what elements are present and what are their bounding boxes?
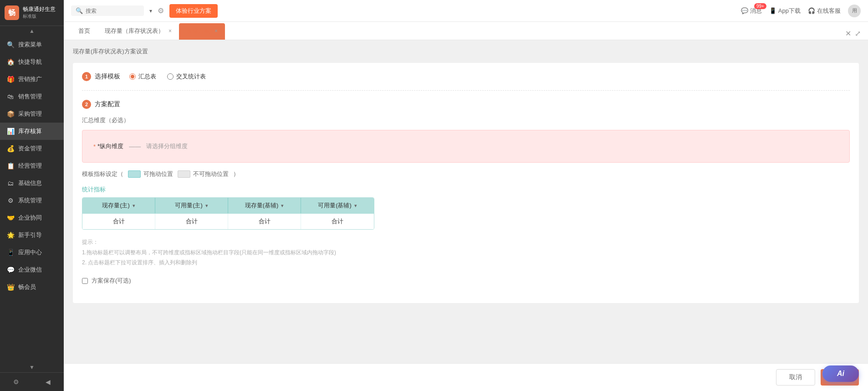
footer-bar: 取消 查询 <box>64 363 868 391</box>
tab-home[interactable]: 首页 <box>71 23 97 40</box>
tab-new-scheme-close[interactable]: × <box>214 28 218 34</box>
sidebar-item-basic-info[interactable]: 🗂 基础信息 <box>0 175 64 192</box>
sidebar-scroll-down[interactable]: ▼ <box>0 362 64 372</box>
sidebar-item-finance[interactable]: 💰 资金管理 <box>0 140 64 157</box>
sidebar-item-inventory-label: 库存核算 <box>18 127 42 135</box>
ai-float-button[interactable]: Ai <box>822 365 859 382</box>
col-cell-1: 合计 <box>155 214 228 229</box>
indicator-setting-row: 模板指标设定（ 可拖动位置 不可拖动位置 ） <box>82 170 850 178</box>
sidebar-item-enterprise[interactable]: 🤝 企业协同 <box>0 209 64 226</box>
online-service-btn[interactable]: 🎧 在线客服 <box>808 7 841 15</box>
tips-section: 提示： 1.拖动标题栏可以调整布局，不可跨维度或指标区域拖动栏目字段(只能在同一… <box>82 238 850 268</box>
sidebar-item-search-label: 搜索菜单 <box>18 41 42 49</box>
stats-table: 现存量(主) ▾ 可用量(主) ▾ 现存量(基辅) ▾ <box>82 197 374 230</box>
sidebar-item-operation[interactable]: 📋 经营管理 <box>0 157 64 175</box>
search-input[interactable] <box>86 8 131 14</box>
messages-btn[interactable]: 💬 消息 99+ <box>741 7 762 15</box>
sidebar-item-system[interactable]: ⚙ 系统管理 <box>0 192 64 209</box>
radio-summary-label: 汇总表 <box>138 72 156 81</box>
stats-table-header: 现存量(主) ▾ 可用量(主) ▾ 现存量(基辅) ▾ <box>82 198 374 213</box>
step2-header: 2 方案配置 <box>82 100 850 109</box>
app-download-btn[interactable]: 📱 App下载 <box>769 7 801 15</box>
user-avatar[interactable]: 用 <box>848 5 861 17</box>
topbar-dropdown-btn[interactable]: ▾ <box>149 8 152 14</box>
tab-new-scheme-label: 新建方案 <box>186 27 210 35</box>
col-header-0-label: 现存量(主) <box>102 201 130 210</box>
tabbar: 首页 现存量（库存状况表） × 新建方案 × ✕ ⤢ <box>64 22 868 40</box>
chevron-down-icon-1: ▾ <box>205 203 208 209</box>
cancel-button[interactable]: 取消 <box>776 369 815 386</box>
sidebar-item-app-center-label: 应用中心 <box>18 248 42 257</box>
step1-title: 选择模板 <box>95 72 120 81</box>
sidebar-item-operation-label: 经营管理 <box>18 162 42 170</box>
sidebar-item-enterprise-wechat[interactable]: 💬 企业微信 <box>0 261 64 278</box>
tab-inventory-status[interactable]: 现存量（库存状况表） × <box>97 23 179 40</box>
sidebar-item-system-label: 系统管理 <box>18 196 42 205</box>
sidebar-item-enterprise-wechat-label: 企业微信 <box>18 266 42 274</box>
col-header-3-label: 可用量(基辅) <box>318 201 352 210</box>
content-area: 现存量(库存状况表)方案设置 1 选择模板 汇总表 <box>64 40 868 363</box>
folder-icon: 🗂 <box>6 179 15 187</box>
radio-summary-input[interactable] <box>129 73 136 80</box>
sidebar-nav: 🔍 搜索菜单 🏠 快捷导航 🎁 营销推广 🛍 销售管理 📦 采购管理 📊 库存核… <box>0 36 64 362</box>
tip-item-0: 1.拖动标题栏可以调整布局，不可跨维度或指标区域拖动栏目字段(只能在同一维度或指… <box>82 248 850 258</box>
bell-icon: 💬 <box>741 7 748 14</box>
trial-industry-btn[interactable]: 体验行业方案 <box>169 4 218 18</box>
radio-cross-input[interactable] <box>167 73 174 80</box>
dimension-field-label: *纵向维度 <box>97 142 123 150</box>
col-header-3[interactable]: 可用量(基辅) ▾ <box>301 198 374 213</box>
sidebar-item-finance-label: 资金管理 <box>18 144 42 153</box>
col-header-0[interactable]: 现存量(主) ▾ <box>82 198 155 213</box>
messages-badge: 99+ <box>754 3 766 9</box>
home-icon: 🏠 <box>6 58 15 66</box>
col-header-2-label: 现存量(基辅) <box>245 201 279 210</box>
scheme-panel: 1 选择模板 汇总表 交叉统计表 <box>73 63 859 303</box>
sidebar-item-inventory[interactable]: 📊 库存核算 <box>0 123 64 140</box>
sidebar-item-purchase[interactable]: 📦 采购管理 <box>0 105 64 123</box>
dimension-section-label: 汇总维度（必选） <box>82 116 850 124</box>
tab-new-scheme[interactable]: 新建方案 × <box>179 23 225 40</box>
sidebar-item-basic-info-label: 基础信息 <box>18 179 42 187</box>
sidebar-item-search[interactable]: 🔍 搜索菜单 <box>0 36 64 53</box>
radio-summary[interactable]: 汇总表 <box>129 72 156 81</box>
dimension-placeholder: 请选择分组维度 <box>146 142 188 150</box>
phone-icon: 📱 <box>769 7 776 14</box>
indicator-setting-end: ） <box>233 170 239 178</box>
sidebar-item-quick-nav-label: 快捷导航 <box>18 58 42 66</box>
radio-cross[interactable]: 交叉统计表 <box>167 72 206 81</box>
sidebar-settings-btn[interactable]: ⚙ <box>10 376 23 387</box>
sidebar-item-sales[interactable]: 🛍 销售管理 <box>0 88 64 105</box>
sidebar-item-app-center[interactable]: 📱 应用中心 <box>0 244 64 261</box>
not-draggable-label: 不可拖动位置 <box>193 170 229 178</box>
main-area: 🔍 ▾ ⚙ 体验行业方案 💬 消息 99+ 📱 App下载 🎧 在线客服 用 <box>64 0 868 391</box>
indicator-setting-label: 模板指标设定（ <box>82 170 123 178</box>
col-cell-3: 合计 <box>301 214 374 229</box>
sidebar-collapse-btn[interactable]: ◀ <box>42 376 54 387</box>
tab-inventory-status-close[interactable]: × <box>168 28 172 34</box>
sidebar-logo: 畅 畅康通好生意 标准版 <box>0 0 64 26</box>
tabbar-right-icons: ✕ ⤢ <box>845 29 861 40</box>
dimension-area[interactable]: * *纵向维度 —— 请选择分组维度 <box>82 130 850 163</box>
sidebar-item-marketing[interactable]: 🎁 营销推广 <box>0 71 64 88</box>
sidebar-scroll-up[interactable]: ▲ <box>0 26 64 36</box>
save-option-checkbox[interactable] <box>82 278 88 284</box>
topbar-gear-btn[interactable]: ⚙ <box>158 6 164 15</box>
sidebar-item-membership[interactable]: 👑 畅会员 <box>0 278 64 296</box>
sidebar-item-enterprise-label: 企业协同 <box>18 214 42 222</box>
topbar: 🔍 ▾ ⚙ 体验行业方案 💬 消息 99+ 📱 App下载 🎧 在线客服 用 <box>64 0 868 22</box>
chat-icon: 💬 <box>6 266 15 274</box>
stats-section-label: 统计指标 <box>82 185 850 194</box>
step-divider <box>82 90 850 91</box>
page-title: 现存量(库存状况表)方案设置 <box>73 47 859 56</box>
sidebar-item-quick-nav[interactable]: 🏠 快捷导航 <box>0 53 64 71</box>
gear-icon: ⚙ <box>6 196 15 205</box>
tab-expand-btn[interactable]: ⤢ <box>855 29 861 38</box>
tab-close-all-btn[interactable]: ✕ <box>845 29 851 38</box>
box-icon: 📦 <box>6 110 15 118</box>
col-header-1[interactable]: 可用量(主) ▾ <box>155 198 228 213</box>
gift-icon: 🎁 <box>6 75 15 83</box>
legend-draggable: 可拖动位置 <box>128 170 173 178</box>
money-icon: 💰 <box>6 144 15 153</box>
sidebar-item-newcomer[interactable]: 🌟 新手引导 <box>0 226 64 244</box>
col-header-2[interactable]: 现存量(基辅) ▾ <box>228 198 301 213</box>
